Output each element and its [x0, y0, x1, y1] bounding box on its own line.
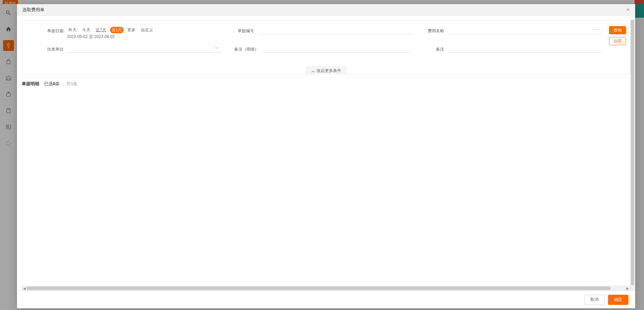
- detail-title: 单据明细: [22, 81, 39, 87]
- date-range-text: 2023-05-02 至 2023-06-02: [67, 34, 221, 40]
- scroll-right-icon[interactable]: ▶: [625, 286, 630, 290]
- filter-actions: 查询 设置: [609, 26, 626, 45]
- chip-yesterday[interactable]: 昨天: [67, 27, 78, 33]
- chip-more[interactable]: 更多: [126, 27, 137, 33]
- modal-close-button[interactable]: ×: [625, 7, 631, 13]
- detail-header: 单据明细 已选0条 | 共0条: [22, 81, 630, 87]
- label-remark: 备注: [418, 45, 447, 52]
- confirm-button[interactable]: 确定: [608, 295, 628, 305]
- chip-last1m[interactable]: 近1月: [110, 27, 124, 33]
- chevron-up-icon: ︽: [311, 68, 315, 74]
- query-button[interactable]: 查询: [609, 26, 626, 34]
- horizontal-scrollbar-thumb[interactable]: [27, 287, 610, 290]
- input-remark[interactable]: [447, 45, 602, 53]
- modal-body: 单据日期 昨天 今天 近7天 近1月 更多 自定义 2023-05-02 至 2…: [17, 16, 635, 291]
- horizontal-scrollbar[interactable]: ◀ ▶: [22, 286, 630, 291]
- modal-title: 选取费用单: [22, 7, 44, 13]
- date-range-chips: 昨天 今天 近7天 近1月 更多 自定义: [67, 27, 221, 33]
- chip-last7[interactable]: 近7天: [94, 27, 108, 33]
- detail-stats: 已选0条 | 共0条: [44, 81, 77, 87]
- detail-total: 共0条: [66, 81, 77, 86]
- vertical-scrollbar-thumb[interactable]: [631, 20, 634, 285]
- input-partner[interactable]: [67, 45, 221, 53]
- fee-name-picker-icon[interactable]: ⋯: [595, 27, 600, 32]
- collapse-label: 收起更多条件: [317, 68, 341, 74]
- collapse-conditions-button[interactable]: ︽ 收起更多条件: [306, 67, 346, 75]
- label-remark-detail: 备注（明细）: [228, 45, 262, 52]
- filter-card: 单据日期 昨天 今天 近7天 近1月 更多 自定义 2023-05-02 至 2…: [22, 20, 630, 75]
- modal-footer: 取消 确定: [17, 291, 635, 308]
- input-fee-name[interactable]: [447, 27, 602, 34]
- vertical-scrollbar[interactable]: [630, 20, 635, 291]
- scroll-left-icon[interactable]: ◀: [22, 286, 27, 290]
- label-partner: 往来单位: [38, 45, 67, 52]
- settings-button[interactable]: 设置: [609, 37, 626, 45]
- select-fee-modal: 选取费用单 × 单据日期 昨天 今天 近7天 近1月 更多 自定义: [17, 4, 635, 308]
- label-doc-no: 单据编号: [228, 27, 257, 34]
- modal-header: 选取费用单 ×: [17, 4, 635, 16]
- cancel-button[interactable]: 取消: [584, 295, 605, 305]
- chip-today[interactable]: 今天: [80, 27, 92, 33]
- partner-picker-icon[interactable]: ⋯: [214, 45, 219, 51]
- label-date: 单据日期: [38, 27, 67, 34]
- input-remark-detail[interactable]: [262, 45, 412, 53]
- chip-custom[interactable]: 自定义: [139, 27, 155, 33]
- detail-grid-area: ◀ ▶: [22, 90, 630, 291]
- input-doc-no[interactable]: [257, 27, 412, 34]
- label-fee-name: 费用名称: [418, 27, 447, 34]
